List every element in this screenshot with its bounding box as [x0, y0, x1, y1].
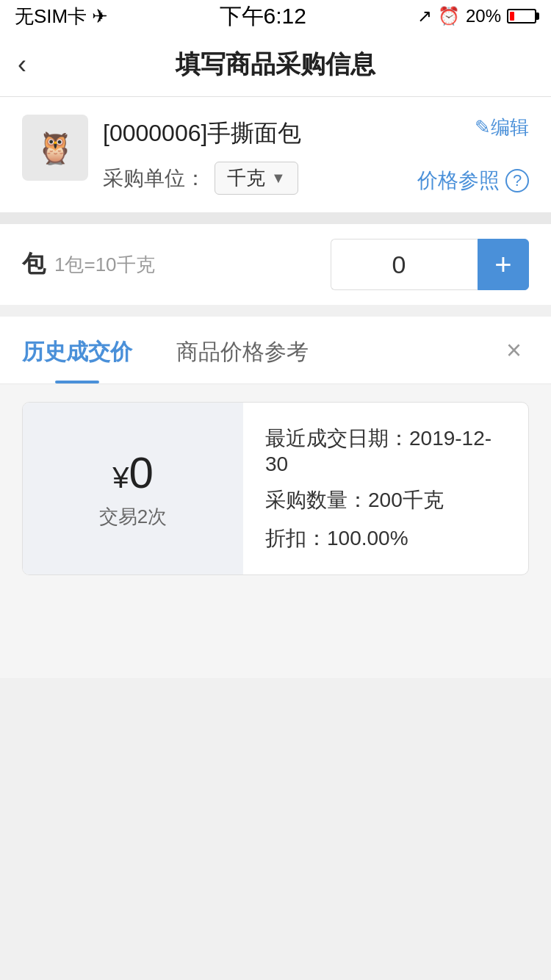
status-bar: 无SIM卡 ✈ 下午6:12 ↗ ⏰ 20% — [0, 0, 551, 32]
alarm-icon: ⏰ — [438, 6, 460, 26]
nav-bar: ‹ 填写商品采购信息 — [0, 32, 551, 97]
status-right: ↗ ⏰ 20% — [417, 6, 536, 26]
quantity-input[interactable] — [331, 239, 478, 290]
tabs-container: 历史成交价 商品价格参考 × — [0, 317, 551, 384]
quantity-input-area: + — [170, 239, 529, 290]
product-left: 🦉 [0000006]手撕面包 采购单位： 千克 ▼ — [22, 115, 301, 195]
tab-history-price[interactable]: 历史成交价 — [22, 317, 132, 383]
product-info: [0000006]手撕面包 采购单位： 千克 ▼ — [103, 115, 301, 195]
unit-label: 采购单位： — [103, 165, 206, 192]
product-name: [0000006]手撕面包 — [103, 118, 301, 150]
tabs-close-button[interactable]: × — [499, 328, 529, 373]
price-discount: 折扣：100.00% — [265, 525, 506, 552]
purchase-qty-label: 采购数量： — [265, 489, 368, 511]
price-card-left: ¥0 交易2次 — [23, 403, 243, 574]
price-transactions: 交易2次 — [99, 504, 167, 530]
question-icon: ? — [505, 169, 529, 192]
product-image-icon: 🦉 — [36, 130, 74, 166]
price-amount: ¥0 — [112, 447, 154, 498]
battery-percent: 20% — [466, 6, 501, 26]
recent-date-label: 最近成交日期： — [265, 427, 409, 450]
plus-icon: + — [494, 250, 511, 279]
product-header: 🦉 [0000006]手撕面包 采购单位： 千克 ▼ ✎编辑 价格参照 ? — [22, 115, 529, 195]
purchase-qty-value: 200千克 — [368, 489, 444, 511]
currency-symbol: ¥ — [112, 461, 129, 494]
product-card: 🦉 [0000006]手撕面包 采购单位： 千克 ▼ ✎编辑 价格参照 ? — [0, 97, 551, 212]
quantity-label: 包 1包=10千克 — [22, 248, 155, 281]
divider — [0, 212, 551, 224]
back-button[interactable]: ‹ — [18, 49, 26, 80]
carrier-text: 无SIM卡 ✈ — [15, 4, 108, 29]
quantity-unit-hint: 1包=10千克 — [54, 252, 155, 278]
price-recent-date: 最近成交日期：2019-12-30 — [265, 425, 506, 476]
status-carrier: 无SIM卡 ✈ — [15, 4, 108, 29]
tab-product-price-ref[interactable]: 商品价格参考 — [176, 317, 309, 383]
price-purchase-qty: 采购数量：200千克 — [265, 486, 506, 514]
tabs-list: 历史成交价 商品价格参考 — [22, 317, 309, 383]
unit-value: 千克 — [227, 165, 265, 191]
unit-selector[interactable]: 千克 ▼ — [215, 162, 298, 195]
tab-content: ¥0 交易2次 最近成交日期：2019-12-30 采购数量：200千克 折扣：… — [0, 384, 551, 678]
product-unit-row: 采购单位： 千克 ▼ — [103, 162, 301, 195]
page-title: 填写商品采购信息 — [176, 48, 375, 82]
discount-label: 折扣： — [265, 527, 327, 550]
unit-dropdown-icon: ▼ — [271, 170, 286, 187]
location-icon: ↗ — [417, 6, 432, 26]
edit-button[interactable]: ✎编辑 — [475, 115, 529, 140]
price-value: 0 — [129, 448, 153, 497]
quantity-plus-button[interactable]: + — [478, 239, 529, 290]
price-card-right: 最近成交日期：2019-12-30 采购数量：200千克 折扣：100.00% — [243, 403, 528, 574]
quantity-unit-main: 包 — [22, 248, 46, 281]
price-card: ¥0 交易2次 最近成交日期：2019-12-30 采购数量：200千克 折扣：… — [22, 402, 529, 575]
price-ref-label: 价格参照 — [417, 167, 500, 195]
product-thumbnail: 🦉 — [22, 115, 88, 181]
price-ref-button[interactable]: 价格参照 ? — [417, 167, 529, 195]
discount-value: 100.00% — [327, 527, 408, 550]
product-actions: ✎编辑 价格参照 ? — [417, 115, 529, 195]
quantity-row: 包 1包=10千克 + — [0, 224, 551, 305]
status-time: 下午6:12 — [220, 1, 306, 32]
tabs-header: 历史成交价 商品价格参考 × — [0, 317, 551, 383]
battery-icon — [507, 9, 536, 24]
